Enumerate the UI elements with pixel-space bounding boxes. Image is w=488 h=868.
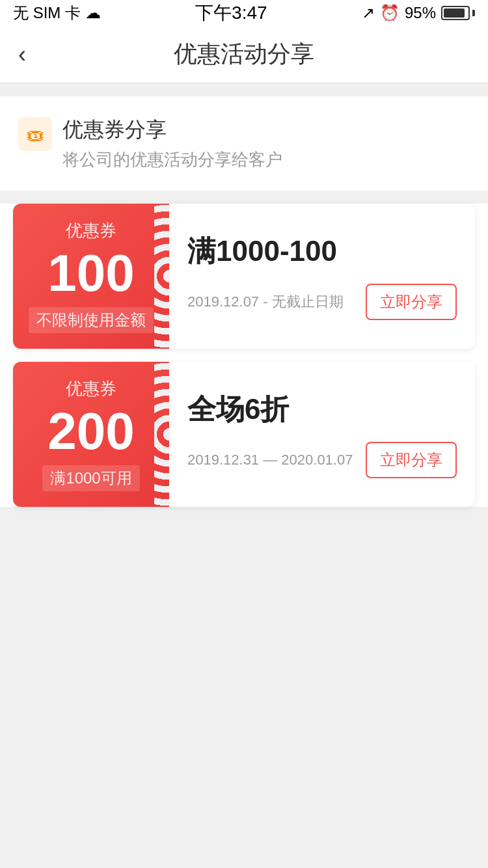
section-title: 优惠券分享 — [62, 116, 282, 144]
coupon-card-1: 优惠券 100 不限制使用金额 满1000-100 2019.12.07 - 无… — [13, 204, 475, 349]
coupon-card-2: 优惠券 200 满1000可用 全场6折 2019.12.31 — 2020.0… — [13, 362, 475, 507]
section-header: 🎟 优惠券分享 将公司的优惠活动分享给客户 — [0, 96, 488, 191]
section-text: 优惠券分享 将公司的优惠活动分享给客户 — [62, 116, 282, 171]
location-icon: ↗ — [362, 4, 375, 22]
svg-text:🎟: 🎟 — [26, 125, 44, 145]
alarm-icon: ⏰ — [380, 4, 400, 22]
coupon-condition-2: 满1000可用 — [42, 465, 139, 491]
coupon-value-1: 100 — [47, 247, 134, 299]
coupon-share-icon: 🎟 — [18, 117, 52, 151]
section-subtitle: 将公司的优惠活动分享给客户 — [62, 148, 282, 171]
back-button[interactable]: ‹ — [18, 41, 26, 68]
coupon-left-1: 优惠券 100 不限制使用金额 — [13, 204, 169, 349]
battery-icon — [441, 6, 475, 20]
status-left: 无 SIM 卡 ☁ — [13, 3, 101, 23]
share-button-2[interactable]: 立即分享 — [366, 442, 457, 478]
coupon-value-2: 200 — [47, 405, 134, 457]
coupon-name-2: 全场6折 — [187, 390, 457, 429]
coupon-date-1: 2019.12.07 - 无截止日期 — [187, 292, 344, 312]
coupon-name-1: 满1000-100 — [187, 232, 457, 271]
status-bar: 无 SIM 卡 ☁ 下午3:47 ↗ ⏰ 95% — [0, 0, 488, 26]
status-time: 下午3:47 — [195, 1, 267, 25]
coupon-label-2: 优惠券 — [66, 377, 116, 400]
sim-label: 无 SIM 卡 ☁ — [13, 3, 101, 23]
status-right: ↗ ⏰ 95% — [362, 4, 475, 22]
battery-percent: 95% — [405, 4, 436, 22]
coupon-date-2: 2019.12.31 — 2020.01.07 — [187, 452, 353, 468]
coupon-bottom-2: 2019.12.31 — 2020.01.07 立即分享 — [187, 442, 457, 478]
page-title: 优惠活动分享 — [174, 38, 314, 70]
nav-bar: ‹ 优惠活动分享 — [0, 26, 488, 83]
coupon-right-2: 全场6折 2019.12.31 — 2020.01.07 立即分享 — [169, 362, 475, 507]
coupon-right-1: 满1000-100 2019.12.07 - 无截止日期 立即分享 — [169, 204, 475, 349]
coupon-label-1: 优惠券 — [66, 219, 116, 242]
coupon-list: 优惠券 100 不限制使用金额 满1000-100 2019.12.07 - 无… — [0, 204, 488, 507]
coupon-bottom-1: 2019.12.07 - 无截止日期 立即分享 — [187, 284, 457, 320]
coupon-left-2: 优惠券 200 满1000可用 — [13, 362, 169, 507]
coupon-condition-1: 不限制使用金额 — [29, 307, 154, 333]
share-button-1[interactable]: 立即分享 — [366, 284, 457, 320]
